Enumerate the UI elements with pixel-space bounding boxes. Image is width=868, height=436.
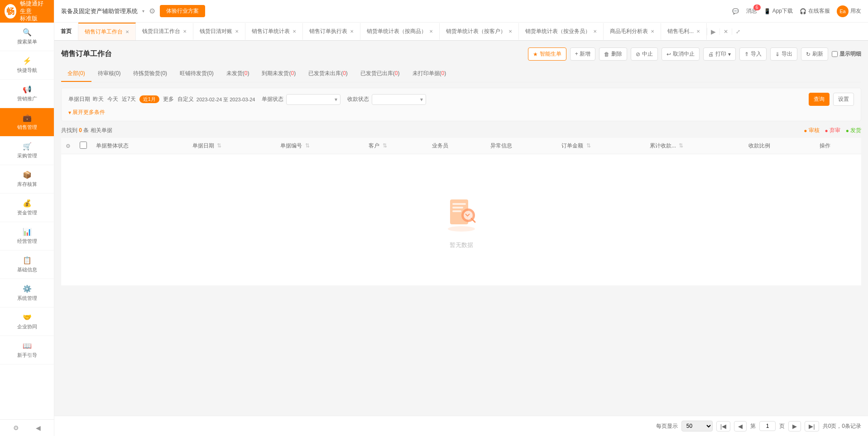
expand-conditions-btn[interactable]: ▾ 展开更多条件 <box>68 109 105 116</box>
sidebar-item-cooperation[interactable]: 🤝 企业协同 <box>0 308 54 336</box>
sidebar-settings-btn[interactable]: ⚙ <box>13 424 19 431</box>
filter-date-more[interactable]: 更多 <box>163 95 174 103</box>
print-icon: 🖨 <box>708 51 714 57</box>
column-settings-icon[interactable]: ⚙ <box>66 143 71 149</box>
sidebar-item-guide[interactable]: 📖 新手引导 <box>0 336 54 365</box>
user-menu[interactable]: Ea 用友 <box>837 5 861 17</box>
batch-cancel-btn[interactable]: ● 弃审 <box>825 127 840 134</box>
tab-sales-stat[interactable]: 销售订单统计表 ✕ <box>245 23 303 40</box>
col-date[interactable]: 单据日期 ⇅ <box>188 138 276 154</box>
sub-tab-not-printed[interactable]: 未打印单据(0) <box>406 66 453 82</box>
sidebar-item-system[interactable]: ⚙️ 系统管理 <box>0 279 54 308</box>
batch-audit-btn[interactable]: ● 审核 <box>804 127 819 134</box>
sub-tab-all[interactable]: 全部(0) <box>61 66 91 82</box>
delete-btn[interactable]: 🗑 删除 <box>599 47 627 61</box>
tab-close-sales-stat[interactable]: ✕ <box>293 29 296 34</box>
filter-date-1month[interactable]: 近1月 <box>139 95 159 103</box>
sidebar-collapse-btn[interactable]: ◀ <box>36 424 41 431</box>
tab-close-cash-reconcile[interactable]: ✕ <box>235 29 239 34</box>
system-settings-icon[interactable]: ⚙ <box>149 7 155 15</box>
tab-close-cash-daily[interactable]: ✕ <box>183 29 187 34</box>
smart-create-btn[interactable]: ★ 智能生单 <box>528 47 566 61</box>
filter-payment-select[interactable] <box>372 94 426 105</box>
cancel-stop-btn[interactable]: ↩ 取消中止 <box>662 47 700 61</box>
page-next-btn[interactable]: ▶ <box>788 421 801 431</box>
refresh-btn[interactable]: ↻ 刷新 <box>801 47 828 61</box>
cooperation-icon: 🤝 <box>23 313 32 322</box>
page-prev-btn[interactable]: ◀ <box>734 421 747 431</box>
tab-home[interactable]: 首页 <box>54 23 78 40</box>
page-size-select[interactable]: 50 100 <box>681 421 713 431</box>
filter-date-custom[interactable]: 自定义 <box>177 95 194 103</box>
sidebar-item-basic-info[interactable]: 📋 基础信息 <box>0 251 54 279</box>
sub-tab-shipped-not-stocked[interactable]: 已发货未出库(0) <box>302 66 354 82</box>
filter-date-today[interactable]: 今天 <box>107 95 118 103</box>
sub-tab-pending-inspect[interactable]: 待拣货验货(0) <box>127 66 173 82</box>
print-btn[interactable]: 🖨 打印 ▾ <box>703 47 736 61</box>
tab-sales-workbench[interactable]: 销售订单工作台 ✕ <box>78 23 136 40</box>
filter-date-yesterday[interactable]: 昨天 <box>93 95 104 103</box>
batch-ship-btn[interactable]: ● 发货 <box>846 127 861 134</box>
trial-btn[interactable]: 体验行业方案 <box>160 5 205 17</box>
export-btn[interactable]: ⇓ 导出 <box>770 47 797 61</box>
col-amount[interactable]: 订单金额 ⇅ <box>557 138 645 154</box>
show-detail-checkbox[interactable] <box>832 51 838 57</box>
filter-status-select[interactable] <box>286 94 340 105</box>
col-collected[interactable]: 累计收款... ⇅ <box>645 138 744 154</box>
sub-tab-wangpu[interactable]: 旺铺待发货(0) <box>173 66 220 82</box>
operations-icon: 📊 <box>23 227 32 236</box>
import-btn[interactable]: ⇑ 导入 <box>739 47 767 61</box>
page-last-btn[interactable]: ▶| <box>805 421 819 431</box>
tab-sales-summary-product[interactable]: 销货单统计表（按商品） ✕ <box>360 23 440 40</box>
app-download-btn[interactable]: 📱 App下载 <box>764 7 793 15</box>
page-input[interactable] <box>759 421 776 431</box>
tab-sales-profit[interactable]: 销售毛利... ✕ <box>661 23 707 40</box>
tab-close-sales-profit[interactable]: ✕ <box>696 29 700 34</box>
select-all-checkbox[interactable] <box>80 142 87 149</box>
sub-tab-not-shipped[interactable]: 未发货(0) <box>220 66 256 82</box>
page-first-btn[interactable]: |◀ <box>716 421 730 431</box>
sidebar-item-finance[interactable]: 💰 资金管理 <box>0 194 54 222</box>
query-btn[interactable]: 查询 <box>809 93 830 106</box>
delete-icon: 🗑 <box>604 51 609 57</box>
empty-state-icon <box>439 190 484 236</box>
sub-tab-pending-audit[interactable]: 待审核(0) <box>91 66 127 82</box>
sidebar-item-purchase[interactable]: 🛒 采购管理 <box>0 137 54 165</box>
tab-cash-daily[interactable]: 钱货日清工作台 ✕ <box>136 23 193 40</box>
tab-close-gross-profit[interactable]: ✕ <box>651 29 654 34</box>
sub-tab-shipped-stocked[interactable]: 已发货已出库(0) <box>354 66 406 82</box>
tab-close-sales-workbench[interactable]: ✕ <box>125 29 129 34</box>
filter-settings-btn[interactable]: 设置 <box>833 93 854 106</box>
filter-date-links: 昨天 今天 近7天 近1月 更多 自定义 <box>93 95 194 103</box>
message-icon: 💬 <box>732 8 739 14</box>
col-customer[interactable]: 客户 ⇅ <box>364 138 427 154</box>
sub-tab-overdue-not-shipped[interactable]: 到期未发货(0) <box>255 66 302 82</box>
sidebar-item-sales[interactable]: 💼 销售管理 <box>0 108 54 137</box>
sidebar-item-search[interactable]: 🔍 搜索菜单 <box>0 23 54 51</box>
tab-fullscreen-btn[interactable]: ⤢ <box>732 28 744 35</box>
tab-close-sales-exec[interactable]: ✕ <box>350 29 354 34</box>
tab-close-summary-product[interactable]: ✕ <box>429 29 433 34</box>
tab-sales-exec[interactable]: 销售订单执行表 ✕ <box>303 23 360 40</box>
tab-cash-reconcile[interactable]: 钱货日清对账 ✕ <box>193 23 245 40</box>
sidebar-item-marketing[interactable]: 📢 营销推广 <box>0 80 54 108</box>
filter-payment-wrap <box>372 94 426 105</box>
col-number[interactable]: 单据编号 ⇅ <box>276 138 364 154</box>
tab-sales-summary-staff[interactable]: 销货单统计表（按业务员） ✕ <box>519 23 604 40</box>
online-service-btn[interactable]: 🎧 在线客服 <box>800 7 830 15</box>
sidebar-item-operations[interactable]: 📊 经营管理 <box>0 222 54 251</box>
tab-close-summary-staff[interactable]: ✕ <box>593 29 597 34</box>
filter-date-7days[interactable]: 近7天 <box>122 95 136 103</box>
show-detail-checkbox-wrap[interactable]: 显示明细 <box>832 50 861 58</box>
stop-btn[interactable]: ⊘ 中止 <box>631 47 658 61</box>
tab-close-summary-customer[interactable]: ✕ <box>508 29 512 34</box>
sidebar-item-quick-nav[interactable]: ⚡ 快捷导航 <box>0 51 54 80</box>
new-btn[interactable]: + 新增 <box>570 47 595 61</box>
sidebar-item-inventory[interactable]: 📦 库存核算 <box>0 165 54 194</box>
tab-gross-profit[interactable]: 商品毛利分析表 ✕ <box>604 23 661 40</box>
system-dropdown-arrow[interactable]: ▾ <box>142 9 144 14</box>
message-btn[interactable]: 💬 6 消息 <box>732 7 757 15</box>
tab-sales-summary-customer[interactable]: 销货单统计表（按客户） ✕ <box>440 23 519 40</box>
tab-more-btn[interactable]: ▶ <box>707 28 719 35</box>
tab-close-all-btn[interactable]: ✕ <box>719 28 732 35</box>
